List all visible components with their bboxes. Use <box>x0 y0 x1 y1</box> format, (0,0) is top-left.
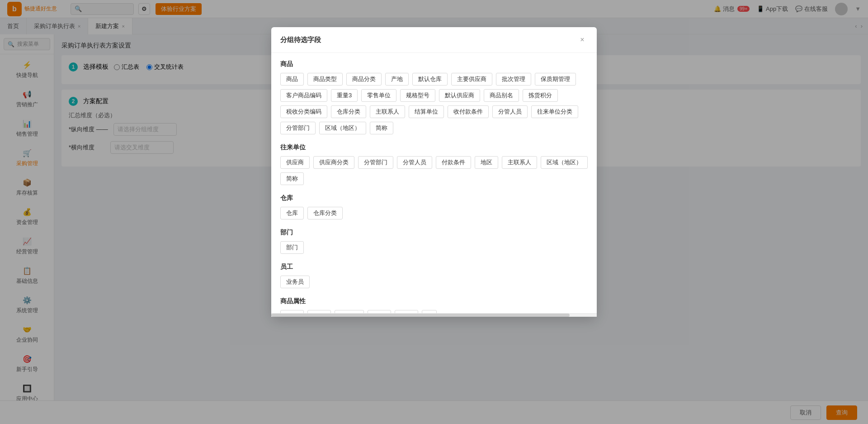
section-department-title: 部门 <box>280 229 588 237</box>
chip-product-17[interactable]: 仓库分类 <box>331 105 366 118</box>
section-warehouse: 仓库 仓库 仓库分类 <box>280 194 588 219</box>
section-partner-title: 往来单位 <box>280 143 588 152</box>
chip-attr-4[interactable]: 尺码 <box>368 310 391 313</box>
chip-partner-3[interactable]: 分管部门 <box>358 156 393 169</box>
chip-product-10[interactable]: 重量3 <box>331 89 358 102</box>
chip-product-1[interactable]: 商品 <box>280 73 304 86</box>
section-department-chips: 部门 <box>280 241 588 254</box>
modal-close-btn[interactable]: × <box>577 34 588 45</box>
chip-product-25[interactable]: 简称 <box>370 122 393 134</box>
chip-product-15[interactable]: 拣货积分 <box>523 89 558 102</box>
chip-product-14[interactable]: 商品别名 <box>484 89 519 102</box>
chip-employee-1[interactable]: 业务员 <box>280 276 310 288</box>
chip-partner-4[interactable]: 分管人员 <box>397 156 432 169</box>
chip-partner-1[interactable]: 供应商 <box>280 156 310 169</box>
chip-product-2[interactable]: 商品类型 <box>307 73 343 86</box>
section-product: 商品 商品 商品类型 商品分类 产地 默认仓库 主要供应商 批次管理 保质期管理… <box>280 60 588 134</box>
chip-product-21[interactable]: 分管人员 <box>492 105 528 118</box>
chip-product-23[interactable]: 分管部门 <box>280 122 316 134</box>
chip-partner-8[interactable]: 区域（地区） <box>541 156 588 169</box>
section-product-title: 商品 <box>280 60 588 68</box>
chip-product-18[interactable]: 主联系人 <box>370 105 405 118</box>
chip-attr-2[interactable]: 颜色 <box>307 310 331 313</box>
section-product-attr-chips: 属性 颜色 多规格 尺码 鞋码 1 <box>280 310 588 313</box>
section-partner-chips: 供应商 供应商分类 分管部门 分管人员 付款条件 地区 主联系人 区域（地区） … <box>280 156 588 185</box>
chip-product-7[interactable]: 批次管理 <box>496 73 531 86</box>
chip-product-22[interactable]: 往来单位分类 <box>531 105 578 118</box>
chip-product-19[interactable]: 结算单位 <box>409 105 444 118</box>
section-product-chips: 商品 商品类型 商品分类 产地 默认仓库 主要供应商 批次管理 保质期管理 客户… <box>280 73 588 134</box>
chip-product-3[interactable]: 商品分类 <box>346 73 382 86</box>
chip-attr-5[interactable]: 鞋码 <box>395 310 418 313</box>
chip-product-4[interactable]: 产地 <box>385 73 409 86</box>
section-employee-title: 员工 <box>280 263 588 271</box>
section-product-attr-title: 商品属性 <box>280 297 588 305</box>
chip-product-24[interactable]: 区域（地区） <box>319 122 366 134</box>
chip-product-12[interactable]: 规格型号 <box>400 89 435 102</box>
chip-partner-9[interactable]: 简称 <box>280 172 304 185</box>
chip-partner-6[interactable]: 地区 <box>475 156 498 169</box>
chip-partner-5[interactable]: 付款条件 <box>436 156 471 169</box>
chip-attr-3[interactable]: 多规格 <box>335 310 364 313</box>
field-select-modal: 分组待选字段 × 商品 商品 商品类型 商品分类 产地 默认仓库 主要供应商 批… <box>271 27 597 317</box>
chip-product-8[interactable]: 保质期管理 <box>535 73 576 86</box>
section-department: 部门 部门 <box>280 229 588 254</box>
chip-product-13[interactable]: 默认供应商 <box>439 89 480 102</box>
section-employee-chips: 业务员 <box>280 276 588 288</box>
chip-product-5[interactable]: 默认仓库 <box>412 73 448 86</box>
modal-title: 分组待选字段 <box>280 36 321 44</box>
chip-product-6[interactable]: 主要供应商 <box>451 73 492 86</box>
modal-horizontal-scrollbar[interactable] <box>271 313 597 317</box>
chip-product-11[interactable]: 零售单位 <box>361 89 396 102</box>
section-product-attr: 商品属性 属性 颜色 多规格 尺码 鞋码 1 <box>280 297 588 313</box>
section-partner: 往来单位 供应商 供应商分类 分管部门 分管人员 付款条件 地区 主联系人 区域… <box>280 143 588 185</box>
chip-attr-6[interactable]: 1 <box>422 310 437 313</box>
chip-warehouse-2[interactable]: 仓库分类 <box>307 207 343 219</box>
chip-product-9[interactable]: 客户商品编码 <box>280 89 327 102</box>
modal-overlay: 分组待选字段 × 商品 商品 商品类型 商品分类 产地 默认仓库 主要供应商 批… <box>0 0 868 424</box>
modal-body: 商品 商品 商品类型 商品分类 产地 默认仓库 主要供应商 批次管理 保质期管理… <box>271 53 597 313</box>
modal-header: 分组待选字段 × <box>271 27 597 53</box>
chip-partner-2[interactable]: 供应商分类 <box>313 156 354 169</box>
chip-partner-7[interactable]: 主联系人 <box>502 156 537 169</box>
chip-product-20[interactable]: 收付款条件 <box>448 105 489 118</box>
section-warehouse-title: 仓库 <box>280 194 588 202</box>
chip-attr-1[interactable]: 属性 <box>280 310 304 313</box>
chip-department-1[interactable]: 部门 <box>280 241 304 254</box>
chip-warehouse-1[interactable]: 仓库 <box>280 207 304 219</box>
section-warehouse-chips: 仓库 仓库分类 <box>280 207 588 219</box>
chip-product-16[interactable]: 税收分类编码 <box>280 105 327 118</box>
section-employee: 员工 业务员 <box>280 263 588 288</box>
